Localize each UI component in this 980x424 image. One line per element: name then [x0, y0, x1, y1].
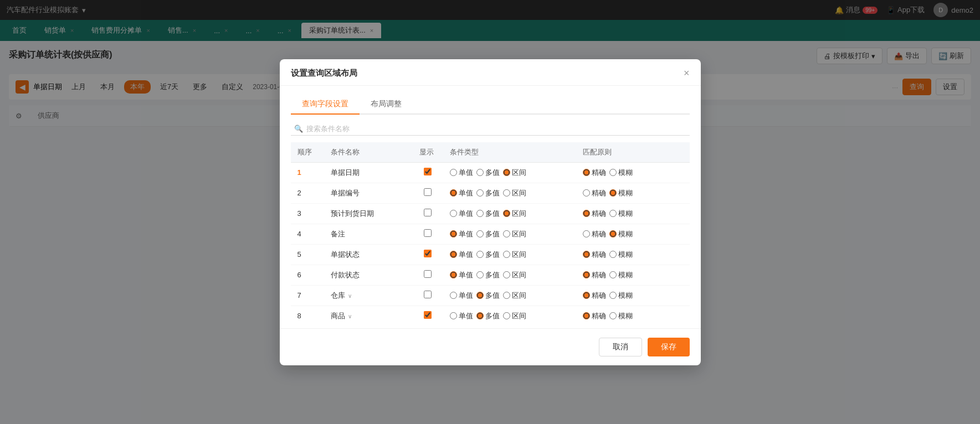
type-option-多值[interactable]: 多值 — [476, 250, 500, 260]
row-name: 单据状态 — [324, 244, 413, 265]
match-option-精确[interactable]: 精确 — [583, 270, 606, 280]
chevron-down-icon[interactable]: ∨ — [348, 313, 352, 319]
row-order: 8 — [291, 306, 324, 319]
match-option-模糊[interactable]: 模糊 — [609, 168, 633, 178]
type-option-单值[interactable]: 单值 — [450, 311, 473, 319]
cancel-button[interactable]: 取消 — [599, 338, 642, 356]
display-checkbox[interactable] — [424, 229, 432, 237]
row-display — [413, 183, 443, 203]
row-match: 精确模糊 — [576, 306, 690, 319]
match-option-模糊[interactable]: 模糊 — [609, 229, 633, 239]
type-option-多值[interactable]: 多值 — [476, 168, 500, 178]
row-name: 备注 — [324, 224, 413, 244]
display-checkbox[interactable] — [424, 250, 432, 257]
type-option-多值[interactable]: 多值 — [476, 188, 500, 198]
match-option-模糊[interactable]: 模糊 — [609, 270, 633, 280]
save-button[interactable]: 保存 — [648, 338, 690, 356]
type-option-区间[interactable]: 区间 — [503, 311, 526, 319]
query-table-row: 3预计到货日期单值多值区间精确模糊 — [291, 203, 690, 224]
th-order: 顺序 — [291, 142, 324, 163]
row-display — [413, 265, 443, 285]
th-name: 条件名称 — [324, 142, 413, 163]
row-display — [413, 306, 443, 319]
match-option-精确[interactable]: 精确 — [583, 168, 606, 178]
type-option-区间[interactable]: 区间 — [503, 168, 526, 178]
search-input[interactable] — [306, 125, 417, 133]
tab-layout-adjust[interactable]: 布局调整 — [360, 95, 413, 115]
row-order: 1 — [291, 162, 324, 183]
dialog-title: 设置查询区域布局 — [291, 68, 357, 79]
dialog-close-button[interactable]: × — [684, 68, 690, 78]
row-name: 预计到货日期 — [324, 203, 413, 224]
row-display — [413, 244, 443, 265]
modal-overlay[interactable]: 设置查询区域布局 × 查询字段设置 布局调整 🔍 — [0, 0, 980, 424]
type-option-单值[interactable]: 单值 — [450, 229, 473, 239]
type-option-多值[interactable]: 多值 — [476, 270, 500, 280]
row-type: 单值多值区间 — [443, 285, 576, 306]
tab-query-fields[interactable]: 查询字段设置 — [291, 95, 360, 115]
row-display — [413, 224, 443, 244]
display-checkbox[interactable] — [424, 168, 432, 175]
row-type: 单值多值区间 — [443, 162, 576, 183]
row-match: 精确模糊 — [576, 162, 690, 183]
type-option-单值[interactable]: 单值 — [450, 291, 473, 301]
row-match: 精确模糊 — [576, 224, 690, 244]
row-type: 单值多值区间 — [443, 224, 576, 244]
row-type: 单值多值区间 — [443, 203, 576, 224]
type-option-区间[interactable]: 区间 — [503, 188, 526, 198]
type-option-区间[interactable]: 区间 — [503, 250, 526, 260]
type-option-区间[interactable]: 区间 — [503, 291, 526, 301]
row-name: 单据日期 — [324, 162, 413, 183]
tab-query-fields-label: 查询字段设置 — [302, 99, 348, 108]
search-icon: 🔍 — [294, 125, 303, 133]
match-option-模糊[interactable]: 模糊 — [609, 209, 633, 219]
match-option-精确[interactable]: 精确 — [583, 229, 606, 239]
type-option-单值[interactable]: 单值 — [450, 188, 473, 198]
type-option-区间[interactable]: 区间 — [503, 270, 526, 280]
query-table-row: 5单据状态单值多值区间精确模糊 — [291, 244, 690, 265]
match-option-精确[interactable]: 精确 — [583, 291, 606, 301]
row-order: 3 — [291, 203, 324, 224]
row-type: 单值多值区间 — [443, 183, 576, 203]
match-option-模糊[interactable]: 模糊 — [609, 250, 633, 260]
match-option-精确[interactable]: 精确 — [583, 311, 606, 319]
type-option-多值[interactable]: 多值 — [476, 229, 500, 239]
dialog-body: 查询字段设置 布局调整 🔍 顺序 条件名称 显示 — [280, 86, 701, 328]
match-option-模糊[interactable]: 模糊 — [609, 291, 633, 301]
query-table-row: 8商品 ∨单值多值区间精确模糊 — [291, 306, 690, 319]
type-option-多值[interactable]: 多值 — [476, 209, 500, 219]
type-option-单值[interactable]: 单值 — [450, 250, 473, 260]
match-option-模糊[interactable]: 模糊 — [609, 311, 633, 319]
row-match: 精确模糊 — [576, 203, 690, 224]
tab-layout-adjust-label: 布局调整 — [371, 99, 402, 108]
row-name: 商品 ∨ — [324, 306, 413, 319]
chevron-down-icon[interactable]: ∨ — [348, 293, 352, 299]
type-option-多值[interactable]: 多值 — [476, 311, 500, 319]
th-display: 显示 — [413, 142, 443, 163]
type-option-多值[interactable]: 多值 — [476, 291, 500, 301]
row-order: 4 — [291, 224, 324, 244]
type-option-区间[interactable]: 区间 — [503, 229, 526, 239]
type-option-单值[interactable]: 单值 — [450, 270, 473, 280]
type-option-单值[interactable]: 单值 — [450, 209, 473, 219]
match-option-精确[interactable]: 精确 — [583, 250, 606, 260]
match-option-精确[interactable]: 精确 — [583, 188, 606, 198]
display-checkbox[interactable] — [424, 270, 432, 278]
row-order: 5 — [291, 244, 324, 265]
query-table-row: 4备注单值多值区间精确模糊 — [291, 224, 690, 244]
display-checkbox[interactable] — [424, 311, 432, 319]
display-checkbox[interactable] — [424, 291, 432, 298]
row-match: 精确模糊 — [576, 265, 690, 285]
row-match: 精确模糊 — [576, 285, 690, 306]
query-table-row: 6付款状态单值多值区间精确模糊 — [291, 265, 690, 285]
th-type: 条件类型 — [443, 142, 576, 163]
display-checkbox[interactable] — [424, 209, 432, 216]
row-type: 单值多值区间 — [443, 306, 576, 319]
row-type: 单值多值区间 — [443, 244, 576, 265]
type-option-单值[interactable]: 单值 — [450, 168, 473, 178]
match-option-精确[interactable]: 精确 — [583, 209, 606, 219]
match-option-模糊[interactable]: 模糊 — [609, 188, 633, 198]
type-option-区间[interactable]: 区间 — [503, 209, 526, 219]
query-table-row: 7仓库 ∨单值多值区间精确模糊 — [291, 285, 690, 306]
display-checkbox[interactable] — [424, 188, 432, 196]
